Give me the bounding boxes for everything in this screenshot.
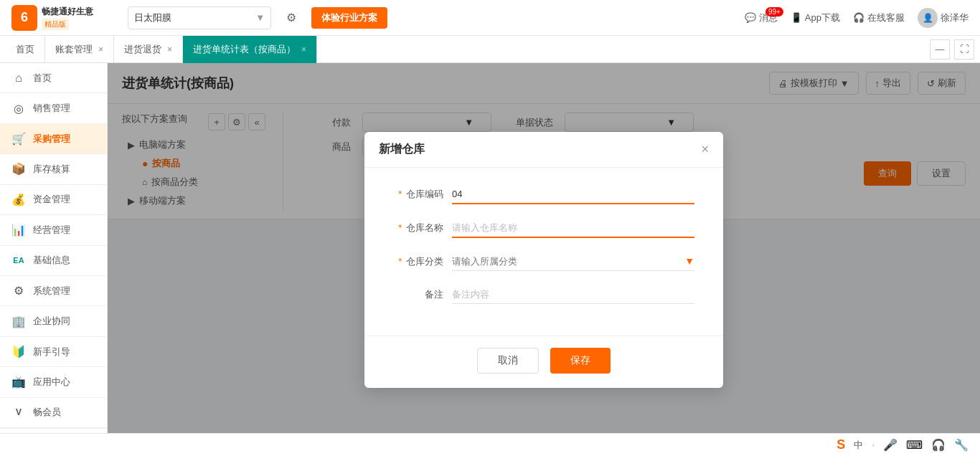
form-row-code: * 仓库编码: [393, 185, 694, 204]
content-area: 进货单统计(按商品) 🖨 按模板打印 ▼ ↑ 导出 ↺ 刷新: [108, 63, 980, 456]
sidebar-item-guide-label: 新手引导: [33, 346, 70, 358]
settings-icon[interactable]: ⚙: [280, 6, 303, 29]
save-button[interactable]: 保存: [550, 348, 611, 374]
add-warehouse-modal: 新增仓库 × * 仓库编码: [364, 132, 723, 388]
tab-home[interactable]: 首页: [6, 36, 45, 63]
category-input[interactable]: [452, 252, 684, 270]
sidebar: ⌂ 首页 ◎ 销售管理 🛒 采购管理 📦 库存核算 💰 资金管理 📊 经营管理 …: [0, 63, 108, 456]
search-bar[interactable]: ▼: [128, 6, 271, 29]
user-item[interactable]: 👤 徐泽华: [918, 8, 969, 28]
sidebar-item-appcenter-label: 应用中心: [33, 376, 70, 389]
message-badge: 99+: [765, 7, 783, 16]
sidebar-item-basicinfo[interactable]: EA 基础信息: [0, 246, 107, 276]
sidebar-item-sales[interactable]: ◎ 销售管理: [0, 93, 107, 123]
sidebar-item-enterprise[interactable]: 🏢 企业协同: [0, 306, 107, 336]
code-input[interactable]: [452, 185, 694, 204]
avatar: 👤: [918, 8, 938, 28]
guide-icon: 🔰: [11, 345, 26, 358]
search-dropdown-icon[interactable]: ▼: [255, 12, 265, 23]
logo-icon: 6: [11, 5, 37, 31]
sidebar-item-vip[interactable]: V 畅会员: [0, 398, 107, 428]
sidebar-item-home[interactable]: ⌂ 首页: [0, 63, 107, 93]
online-service-item[interactable]: 🎧 在线客服: [853, 11, 905, 24]
status-bar: S 中 · 🎤 ⌨ 🎧 🔧: [0, 433, 980, 456]
system-icon: ⚙: [11, 284, 26, 298]
sidebar-item-basicinfo-label: 基础信息: [33, 254, 70, 267]
sidebar-item-appcenter[interactable]: 📺 应用中心: [0, 367, 107, 397]
home-icon: ⌂: [11, 72, 26, 85]
sidebar-item-system[interactable]: ⚙ 系统管理: [0, 276, 107, 306]
s-logo-icon: S: [837, 437, 845, 452]
tab-bar: 首页 账套管理 × 进货退货 × 进货单统计表（按商品） × — ⛶: [0, 36, 980, 63]
basicinfo-icon: EA: [11, 256, 26, 265]
sidebar-item-enterprise-label: 企业协同: [33, 315, 70, 328]
tab-purchase-return-close[interactable]: ×: [167, 44, 172, 54]
search-input[interactable]: [134, 12, 251, 23]
sidebar-item-operations[interactable]: 📊 经营管理: [0, 215, 107, 245]
header-right: 💬 消息 99+ 📱 App下载 🎧 在线客服 👤 徐泽华: [745, 8, 969, 28]
cancel-button[interactable]: 取消: [477, 348, 539, 374]
sales-icon: ◎: [11, 102, 26, 115]
top-header: 6 畅捷通好生意 精品版 ▼ ⚙ 体验行业方案 💬 消息 99+ 📱 App下载…: [0, 0, 980, 36]
sidebar-item-home-label: 首页: [33, 72, 52, 85]
sidebar-item-vip-label: 畅会员: [33, 406, 61, 419]
form-row-name: * 仓库名称: [393, 219, 694, 238]
message-icon: 💬: [745, 12, 756, 23]
tab-minimize-btn[interactable]: —: [930, 39, 950, 60]
message-item[interactable]: 💬 消息 99+: [745, 11, 778, 24]
name-label: * 仓库名称: [393, 222, 443, 234]
category-dropdown-icon[interactable]: ▼: [684, 255, 694, 267]
mobile-icon: 📱: [791, 12, 802, 23]
sidebar-item-finance[interactable]: 💰 资金管理: [0, 185, 107, 215]
keyboard-icon[interactable]: ⌨: [906, 438, 923, 452]
tab-stats-label: 进货单统计表（按商品）: [193, 43, 296, 56]
tab-account-close[interactable]: ×: [98, 44, 103, 54]
tab-purchase-return[interactable]: 进货退货 ×: [114, 36, 183, 63]
tab-home-label: 首页: [16, 43, 34, 56]
required-star-code: *: [398, 189, 402, 199]
logo-area: 6 畅捷通好生意 精品版: [11, 5, 119, 31]
mic-status-icon[interactable]: 🎤: [883, 438, 897, 452]
code-label: * 仓库编码: [393, 188, 443, 201]
headphone-icon[interactable]: 🎧: [931, 438, 946, 452]
inventory-icon: 📦: [11, 162, 26, 176]
main-layout: ⌂ 首页 ◎ 销售管理 🛒 采购管理 📦 库存核算 💰 资金管理 📊 经营管理 …: [0, 63, 980, 456]
modal-body: * 仓库编码 * 仓库名称: [364, 168, 723, 336]
sidebar-item-inventory-label: 库存核算: [33, 163, 70, 176]
appcenter-icon: 📺: [11, 375, 26, 389]
remark-label: 备注: [393, 288, 443, 301]
form-row-category: * 仓库分类 ▼: [393, 252, 694, 271]
sidebar-item-purchase-label: 采购管理: [33, 133, 70, 146]
tab-controls: — ⛶: [930, 39, 974, 60]
headset-icon: 🎧: [853, 12, 864, 23]
tool-icon[interactable]: 🔧: [954, 438, 969, 452]
remark-input[interactable]: [452, 285, 694, 304]
vip-icon: V: [11, 407, 26, 417]
sidebar-item-inventory[interactable]: 📦 库存核算: [0, 154, 107, 184]
modal-close-button[interactable]: ×: [701, 142, 709, 157]
tab-stats[interactable]: 进货单统计表（按商品） ×: [183, 36, 317, 63]
tab-expand-btn[interactable]: ⛶: [954, 39, 974, 60]
tab-stats-close[interactable]: ×: [301, 44, 306, 54]
modal-overlay: 新增仓库 × * 仓库编码: [108, 63, 980, 456]
sidebar-item-finance-label: 资金管理: [33, 193, 70, 206]
purchase-icon: 🛒: [11, 132, 26, 146]
logo-text: 畅捷通好生意 精品版: [42, 6, 93, 30]
sidebar-item-guide[interactable]: 🔰 新手引导: [0, 337, 107, 367]
category-select-wrap[interactable]: ▼: [452, 252, 694, 271]
enterprise-icon: 🏢: [11, 315, 26, 328]
trial-button[interactable]: 体验行业方案: [311, 7, 387, 29]
app-download-item[interactable]: 📱 App下载: [791, 11, 840, 24]
sidebar-item-operations-label: 经营管理: [33, 224, 70, 237]
name-input[interactable]: [452, 219, 694, 238]
sidebar-item-purchase[interactable]: 🛒 采购管理: [0, 124, 107, 154]
required-star-name: *: [398, 222, 402, 233]
sidebar-item-system-label: 系统管理: [33, 285, 70, 298]
sidebar-item-sales-label: 销售管理: [33, 102, 70, 115]
modal-title: 新增仓库: [379, 142, 425, 157]
modal-footer: 取消 保存: [364, 336, 723, 388]
category-label: * 仓库分类: [393, 255, 443, 268]
tab-account[interactable]: 账套管理 ×: [45, 36, 114, 63]
operations-icon: 📊: [11, 223, 26, 237]
tab-purchase-return-label: 进货退货: [124, 43, 161, 56]
